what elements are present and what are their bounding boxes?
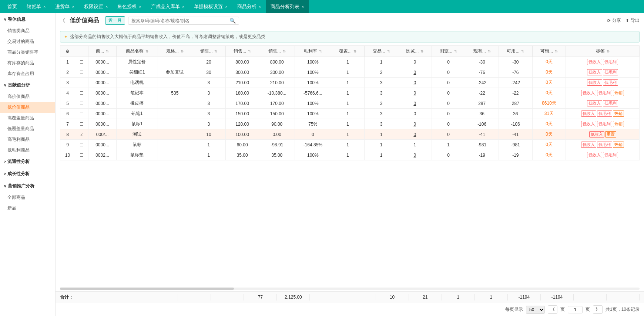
row-sales-avg: 210.00 xyxy=(259,78,295,88)
sidebar-item-商品分类销售率[interactable]: 商品分类销售率 xyxy=(0,47,55,58)
sidebar-item-销售类商品[interactable]: 销售类商品 xyxy=(0,26,55,36)
sidebar-item-高覆盖量商品[interactable]: 高覆盖量商品 xyxy=(0,113,55,123)
col-header-coverage[interactable]: 覆盖... ⇅ xyxy=(331,46,365,57)
nav-item-商品分析[interactable]: 商品分析× xyxy=(233,0,265,13)
row-checkbox[interactable]: ☑ xyxy=(75,129,88,140)
row-browse1-link[interactable]: 0 xyxy=(413,132,416,137)
col-header-browse2[interactable]: 浏览... ⇅ xyxy=(432,46,465,57)
sidebar-item-新品[interactable]: 新品 xyxy=(0,203,55,214)
sidebar-item-高毛利商品[interactable]: 高毛利商品 xyxy=(0,134,55,145)
collapse-btn[interactable]: 《 xyxy=(60,17,65,24)
tag-低毛利: 低毛利 xyxy=(603,79,618,86)
row-code: 0000... xyxy=(88,98,116,109)
row-checkbox[interactable]: ☐ xyxy=(75,150,88,160)
col-header-current_stock[interactable]: 现有... ⇅ xyxy=(465,46,499,57)
next-page-btn[interactable]: 》 xyxy=(593,305,603,314)
col-header-browse1[interactable]: 浏览... ⇅ xyxy=(398,46,432,57)
header-bar: 《 低价值商品 近一月 🔍 ⟳ 分享 ⬆ 导出 xyxy=(56,13,644,28)
sidebar-section-流通性分析[interactable]: >流通性分析 xyxy=(0,156,55,168)
first-page-btn[interactable]: 《 xyxy=(548,305,557,314)
row-checkbox[interactable]: ☐ xyxy=(75,57,88,67)
close-icon[interactable]: × xyxy=(139,4,141,9)
row-code: 0000... xyxy=(88,78,116,88)
nav-item-进货单[interactable]: 进货单× xyxy=(51,0,78,13)
share-btn[interactable]: ⟳ 分享 xyxy=(607,17,621,24)
row-checkbox[interactable]: ☐ xyxy=(75,140,88,150)
col-header-spec[interactable]: 规格... ⇅ xyxy=(158,46,192,57)
row-spec xyxy=(158,78,192,88)
row-checkbox[interactable]: ☐ xyxy=(75,109,88,119)
per-page-select[interactable]: 50 100 xyxy=(526,306,545,314)
sidebar-item-交易过的商品[interactable]: 交易过的商品 xyxy=(0,36,55,47)
summary-cell-2 xyxy=(145,294,178,300)
row-transaction: 1 xyxy=(365,140,398,150)
row-browse1-link[interactable]: 0 xyxy=(413,111,416,116)
nav-item-产成品入库单[interactable]: 产成品入库单× xyxy=(147,0,189,13)
close-icon[interactable]: × xyxy=(259,4,261,9)
col-header-gross_margin[interactable]: 毛利率 ⇅ xyxy=(295,46,331,57)
row-browse1-link[interactable]: 0 xyxy=(413,60,416,65)
close-icon[interactable]: × xyxy=(43,4,46,9)
nav-item-权限设置[interactable]: 权限设置× xyxy=(80,0,112,13)
row-gross-margin: -5766.6... xyxy=(295,88,331,98)
sidebar-item-全部商品[interactable]: 全部商品 xyxy=(0,192,55,203)
row-browse1-link[interactable]: 0 xyxy=(413,101,416,106)
sidebar-item-高价值商品[interactable]: 高价值商品 xyxy=(0,91,55,102)
row-coverage: 1 xyxy=(331,67,365,78)
export-btn[interactable]: ⬆ 导出 xyxy=(625,17,640,24)
col-header-sales_qty[interactable]: 销售... ⇅ xyxy=(192,46,226,57)
page-title: 低价值商品 xyxy=(70,17,99,24)
sidebar-item-有库存的商品[interactable]: 有库存的商品 xyxy=(0,58,55,68)
row-browse1-link[interactable]: 0 xyxy=(413,80,416,85)
search-icon[interactable]: 🔍 xyxy=(229,18,236,24)
col-header-name[interactable]: 商品名称 ⇅ xyxy=(116,46,158,57)
nav-item-角色授权[interactable]: 角色授权× xyxy=(113,0,145,13)
row-browse1-link[interactable]: 0 xyxy=(413,91,416,96)
sidebar-item-库存资金占用[interactable]: 库存资金占用 xyxy=(0,68,55,79)
row-tags: 低收入低毛利 xyxy=(566,150,640,160)
row-checkbox[interactable]: ☐ xyxy=(75,98,88,109)
page-input[interactable] xyxy=(568,306,583,313)
close-icon[interactable]: × xyxy=(105,4,108,9)
nav-item-商品分析列表[interactable]: 商品分析列表× xyxy=(266,0,308,13)
sidebar-section-贡献值分析[interactable]: ∨贡献值分析 xyxy=(0,79,55,91)
col-header-transaction[interactable]: 交易... ⇅ xyxy=(365,46,398,57)
sidebar-item-低覆盖量商品[interactable]: 低覆盖量商品 xyxy=(0,123,55,134)
row-browse1-link[interactable]: 0 xyxy=(413,153,416,158)
filter-btn[interactable]: 近一月 xyxy=(105,16,125,25)
col-header-sales_avg[interactable]: 销售... ⇅ xyxy=(259,46,295,57)
close-icon[interactable]: × xyxy=(225,4,227,9)
col-header-tags[interactable]: 标签 ⇅ xyxy=(566,46,640,57)
row-coverage: 1 xyxy=(331,150,365,160)
sidebar-section-整体信息[interactable]: ∨整体信息 xyxy=(0,13,55,26)
sidebar-section-营销推广分析[interactable]: ∨营销推广分析 xyxy=(0,180,55,192)
sidebar-item-低毛利商品[interactable]: 低毛利商品 xyxy=(0,145,55,156)
row-checkbox[interactable]: ☐ xyxy=(75,67,88,78)
close-icon[interactable]: × xyxy=(302,4,304,9)
row-browse2: 0 xyxy=(432,109,465,119)
row-coverage: 1 xyxy=(331,140,365,150)
row-browse1-link[interactable]: 0 xyxy=(413,122,416,127)
row-sales-qty: 20 xyxy=(192,57,226,67)
nav-item-单据模板设置[interactable]: 单据模板设置× xyxy=(189,0,232,13)
nav-item-首页[interactable]: 首页 xyxy=(3,0,21,13)
col-header-saleable[interactable]: 可销... ⇅ xyxy=(532,46,566,57)
close-icon[interactable]: × xyxy=(72,4,74,9)
tag-低毛利: 低毛利 xyxy=(603,59,618,65)
nav-item-销货单[interactable]: 销货单× xyxy=(22,0,50,13)
col-header-sales_amount[interactable]: 销售... ⇅ xyxy=(225,46,259,57)
col-header-code[interactable]: 商... ⇅ xyxy=(88,46,116,57)
row-checkbox[interactable]: ☐ xyxy=(75,88,88,98)
sidebar-item-低价值商品[interactable]: 低价值商品 xyxy=(0,102,55,113)
main-content: 《 低价值商品 近一月 🔍 ⟳ 分享 ⬆ 导出 xyxy=(56,13,644,316)
close-icon[interactable]: × xyxy=(182,4,184,9)
row-browse1-link[interactable]: 1 xyxy=(413,142,416,147)
sidebar-section-成长性分析[interactable]: >成长性分析 xyxy=(0,168,55,180)
search-input[interactable] xyxy=(131,18,229,23)
col-header-available_stock[interactable]: 可用... ⇅ xyxy=(499,46,532,57)
sort-icon-sales_avg: ⇅ xyxy=(282,49,286,53)
scrollbar-track[interactable] xyxy=(60,288,640,290)
row-browse1-link[interactable]: 0 xyxy=(413,70,416,75)
row-checkbox[interactable]: ☐ xyxy=(75,78,88,88)
row-checkbox[interactable]: ☐ xyxy=(75,119,88,129)
